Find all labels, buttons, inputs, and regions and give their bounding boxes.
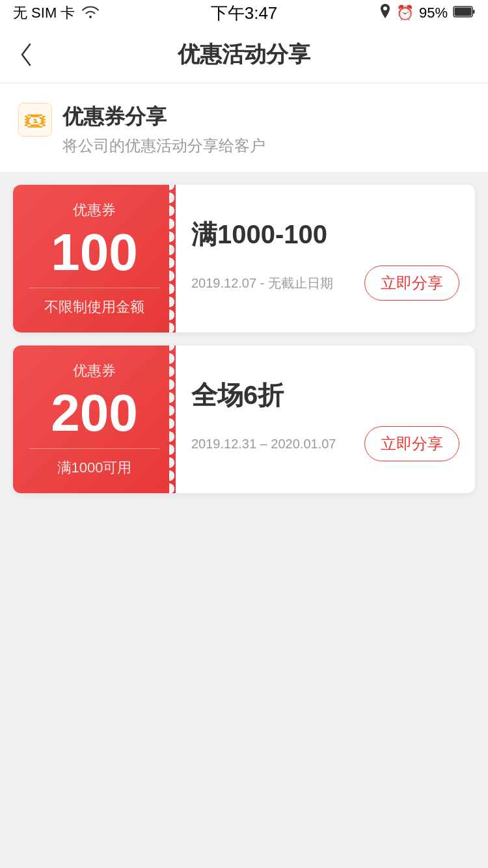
alarm-icon: ⏰ xyxy=(396,5,414,21)
page-title: 优惠活动分享 xyxy=(178,40,310,70)
coupon-date-1: 2019.12.07 - 无截止日期 xyxy=(191,275,358,292)
status-bar: 无 SIM 卡 下午3:47 ⏰ 95% xyxy=(0,0,488,26)
bottom-empty xyxy=(0,506,488,868)
coupon-amount-2: 200 xyxy=(51,387,137,439)
coupon-card-1: 优惠券 100 不限制使用金额 满1000-100 2019.12.07 - 无… xyxy=(13,185,475,332)
coupon-condition-2: 满1000可用 xyxy=(57,458,132,478)
coupon-card-2: 优惠券 200 满1000可用 全场6折 2019.12.31 – 2020.0… xyxy=(13,346,475,493)
coupon-name-1: 满1000-100 xyxy=(191,217,459,252)
back-button[interactable] xyxy=(18,42,34,68)
coupon-right-2: 全场6折 2019.12.31 – 2020.01.07 立即分享 xyxy=(176,346,475,493)
coupon-icon: 🎟 xyxy=(18,103,52,137)
coupon-footer-1: 2019.12.07 - 无截止日期 立即分享 xyxy=(191,265,459,301)
battery-icon xyxy=(453,5,475,21)
location-icon xyxy=(379,4,391,22)
coupon-amount-1: 100 xyxy=(51,226,137,278)
coupon-left-2: 优惠券 200 满1000可用 xyxy=(13,346,176,493)
status-left: 无 SIM 卡 xyxy=(13,3,100,23)
coupon-left-1: 优惠券 100 不限制使用金额 xyxy=(13,185,176,332)
svg-rect-2 xyxy=(473,10,475,14)
share-button-2[interactable]: 立即分享 xyxy=(364,426,459,461)
coupon-date-2: 2019.12.31 – 2020.01.07 xyxy=(191,437,358,452)
status-right: ⏰ 95% xyxy=(379,4,475,22)
coupon-name-2: 全场6折 xyxy=(191,377,459,413)
coupon-right-1: 满1000-100 2019.12.07 - 无截止日期 立即分享 xyxy=(176,185,475,332)
status-time: 下午3:47 xyxy=(211,2,278,25)
battery-text: 95% xyxy=(419,5,448,21)
section-header: 🎟 优惠券分享 将公司的优惠活动分享给客户 xyxy=(0,83,488,172)
section-title: 优惠券分享 xyxy=(62,103,265,131)
coupon-list: 优惠券 100 不限制使用金额 满1000-100 2019.12.07 - 无… xyxy=(0,172,488,506)
wifi-icon xyxy=(81,4,100,22)
svg-rect-1 xyxy=(455,8,472,16)
coupon-condition-1: 不限制使用金额 xyxy=(44,297,144,317)
section-subtitle: 将公司的优惠活动分享给客户 xyxy=(62,135,265,156)
share-button-1[interactable]: 立即分享 xyxy=(364,265,459,301)
section-text: 优惠券分享 将公司的优惠活动分享给客户 xyxy=(62,103,265,156)
coupon-label-2: 优惠券 xyxy=(73,361,116,381)
carrier-text: 无 SIM 卡 xyxy=(13,3,75,23)
nav-bar: 优惠活动分享 xyxy=(0,26,488,83)
coupon-divider-1 xyxy=(29,288,159,288)
coupon-footer-2: 2019.12.31 – 2020.01.07 立即分享 xyxy=(191,426,459,461)
coupon-divider-2 xyxy=(29,448,159,449)
coupon-label-1: 优惠券 xyxy=(73,200,116,220)
